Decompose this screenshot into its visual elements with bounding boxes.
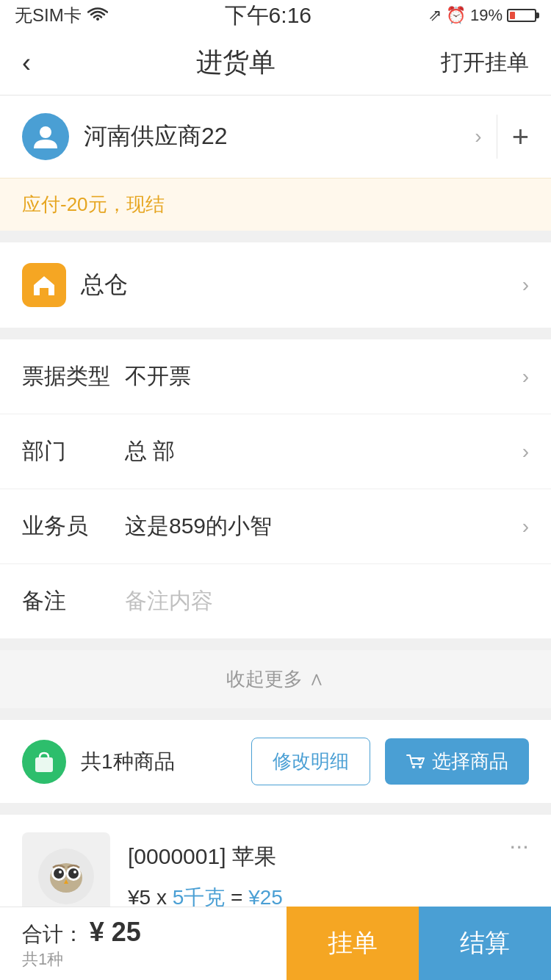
product-code: [0000001] bbox=[128, 844, 232, 868]
invoice-chevron-icon: › bbox=[522, 365, 529, 389]
warehouse-section: 总仓 › bbox=[0, 242, 551, 328]
staff-label: 业务员 bbox=[22, 511, 125, 541]
edit-detail-button[interactable]: 修改明细 bbox=[251, 738, 370, 785]
select-product-button[interactable]: 选择商品 bbox=[385, 738, 529, 785]
supplier-section: 河南供应商22 › + 应付-20元，现结 bbox=[0, 96, 551, 231]
bottom-bar: 合计： ¥ 25 共1种 挂单 结算 bbox=[0, 907, 551, 980]
warehouse-name: 总仓 bbox=[81, 269, 522, 301]
product-more-button[interactable]: ··· bbox=[509, 832, 529, 860]
svg-point-0 bbox=[40, 126, 51, 138]
battery-percent: 19% bbox=[470, 6, 503, 25]
person-icon bbox=[31, 122, 60, 151]
warehouse-icon bbox=[22, 263, 66, 307]
invoice-value: 不开票 bbox=[125, 361, 522, 392]
supplier-chevron-icon: › bbox=[475, 125, 481, 148]
svg-point-3 bbox=[419, 765, 422, 768]
staff-row[interactable]: 业务员 这是859的小智 › bbox=[0, 489, 551, 563]
svg-point-10 bbox=[59, 871, 62, 873]
product-count-text: 共1种商品 bbox=[81, 748, 237, 776]
collapse-bar[interactable]: 收起更多 ∧ bbox=[0, 650, 551, 708]
price-eq: = bbox=[225, 886, 248, 909]
hold-button[interactable]: 挂单 bbox=[287, 907, 419, 980]
status-right: ⇗ ⏰ 19% bbox=[428, 6, 536, 25]
staff-value: 这是859的小智 bbox=[125, 511, 522, 541]
product-count-icon bbox=[22, 740, 66, 784]
status-bar: 无SIM卡 下午6:16 ⇗ ⏰ 19% bbox=[0, 0, 551, 31]
total-label: 合计： bbox=[22, 923, 84, 945]
price-qty: 5千克 bbox=[173, 886, 226, 909]
bag-icon bbox=[31, 749, 57, 775]
select-product-label: 选择商品 bbox=[432, 749, 508, 774]
form-section: 票据类型 不开票 › 部门 总 部 › 业务员 这是859的小智 › 备注 备注… bbox=[0, 339, 551, 638]
location-icon: ⇗ bbox=[428, 6, 442, 25]
battery-icon bbox=[507, 9, 536, 22]
signal-text: 无SIM卡 bbox=[15, 4, 82, 27]
warehouse-row[interactable]: 总仓 › bbox=[0, 242, 551, 328]
svg-rect-1 bbox=[35, 757, 53, 772]
supplier-notice: 应付-20元，现结 bbox=[0, 178, 551, 231]
svg-point-8 bbox=[54, 868, 64, 879]
remark-input[interactable]: 备注内容 bbox=[125, 586, 529, 616]
divider bbox=[497, 115, 497, 159]
dept-row[interactable]: 部门 总 部 › bbox=[0, 414, 551, 489]
checkout-button[interactable]: 结算 bbox=[419, 907, 551, 980]
invoice-label: 票据类型 bbox=[22, 361, 125, 392]
dept-chevron-icon: › bbox=[522, 440, 529, 464]
status-time: 下午6:16 bbox=[225, 1, 311, 31]
total-area: 合计： ¥ 25 共1种 bbox=[0, 907, 287, 980]
collapse-label: 收起更多 ∧ bbox=[226, 666, 324, 692]
remark-row[interactable]: 备注 备注内容 bbox=[0, 563, 551, 638]
remark-label: 备注 bbox=[22, 586, 125, 616]
open-hold-button[interactable]: 打开挂单 bbox=[441, 48, 529, 78]
price-total: ¥25 bbox=[248, 886, 283, 909]
cart-icon bbox=[406, 754, 426, 770]
alarm-icon: ⏰ bbox=[446, 6, 466, 25]
total-main: 合计： ¥ 25 bbox=[22, 917, 264, 948]
supplier-avatar bbox=[22, 113, 69, 160]
svg-point-2 bbox=[412, 765, 415, 768]
owl-logo bbox=[37, 847, 96, 906]
status-left: 无SIM卡 bbox=[15, 4, 108, 27]
svg-point-11 bbox=[73, 871, 76, 873]
supplier-name: 河南供应商22 bbox=[84, 120, 475, 153]
product-header: 共1种商品 修改明细 选择商品 bbox=[0, 720, 551, 803]
staff-chevron-icon: › bbox=[522, 515, 529, 538]
wifi-icon bbox=[87, 7, 108, 24]
page-title: 进货单 bbox=[196, 45, 276, 81]
product-title: 苹果 bbox=[232, 844, 276, 868]
supplier-row[interactable]: 河南供应商22 › + bbox=[0, 96, 551, 178]
products-section: 共1种商品 修改明细 选择商品 bbox=[0, 720, 551, 803]
warehouse-chevron-icon: › bbox=[522, 273, 529, 297]
price-unit: ¥5 x bbox=[128, 886, 173, 909]
product-name: [0000001] 苹果 bbox=[128, 842, 491, 872]
home-icon bbox=[31, 272, 57, 298]
svg-point-9 bbox=[68, 868, 79, 879]
add-supplier-button[interactable]: + bbox=[512, 120, 529, 154]
nav-bar: ‹ 进货单 打开挂单 bbox=[0, 31, 551, 96]
total-amount: ¥ 25 bbox=[90, 917, 141, 947]
invoice-row[interactable]: 票据类型 不开票 › bbox=[0, 339, 551, 414]
dept-label: 部门 bbox=[22, 436, 125, 466]
back-button[interactable]: ‹ bbox=[22, 48, 31, 79]
total-sub: 共1种 bbox=[22, 948, 264, 970]
dept-value: 总 部 bbox=[125, 436, 522, 466]
